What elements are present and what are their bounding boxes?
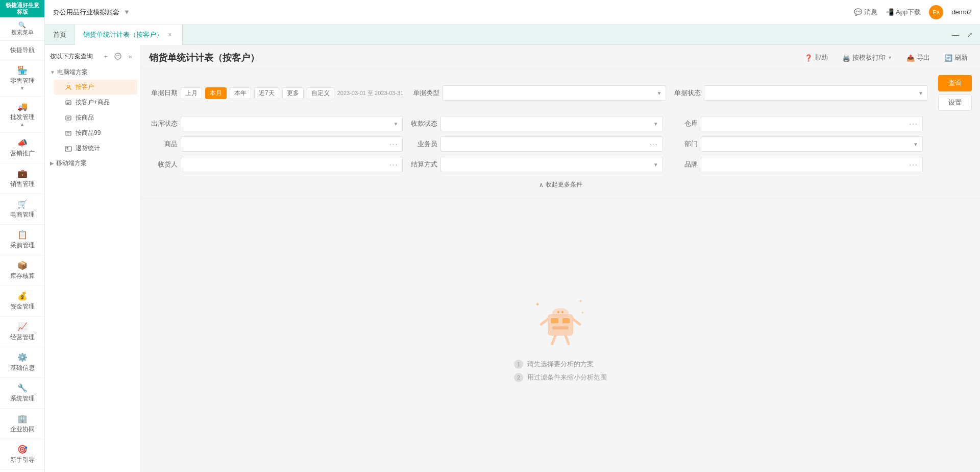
finance-icon: 💰 bbox=[17, 291, 28, 301]
filter-date-item: 单据日期 上月 本月 本年 近7天 更多 自定义 2023-03-01 至 20… bbox=[149, 87, 405, 99]
warehouse-select[interactable]: ··· bbox=[701, 116, 923, 131]
docstatus-select[interactable]: ▼ bbox=[704, 85, 928, 101]
svg-line-18 bbox=[573, 319, 580, 324]
purchase-icon: 📋 bbox=[17, 230, 28, 240]
messages-icon: 💬 bbox=[854, 8, 862, 16]
user-avatar[interactable]: Ea bbox=[929, 5, 943, 19]
retail-arrow: ▼ bbox=[20, 85, 25, 91]
sidebar-search[interactable]: 🔍 搜索菜单 bbox=[0, 17, 44, 41]
svg-point-1 bbox=[67, 85, 70, 87]
receiver-select[interactable]: ··· bbox=[181, 157, 403, 172]
page-header: 销货单统计计表（按客户） ❓ 帮助 🖨️ 按模板打印 📤 导出 bbox=[141, 45, 980, 69]
messages-btn[interactable]: 💬 消息 bbox=[854, 8, 877, 17]
date-btn-this-year[interactable]: 本年 bbox=[230, 87, 251, 99]
salesperson-dots-icon: ··· bbox=[649, 140, 658, 148]
export-icon: 📤 bbox=[906, 54, 915, 62]
add-scheme-btn[interactable]: + bbox=[101, 51, 111, 61]
sidebar-item-ecommerce[interactable]: 🛒 电商管理 bbox=[0, 194, 44, 225]
date-btn-more[interactable]: 更多 bbox=[282, 87, 304, 99]
print-btn[interactable]: 🖨️ 按模板打印 bbox=[838, 51, 896, 64]
scheme-item-return[interactable]: 退货统计 bbox=[54, 141, 137, 156]
filter-actions: 查询 设置 bbox=[938, 75, 972, 111]
svg-line-19 bbox=[552, 336, 555, 344]
tab-minimize-btn[interactable]: — bbox=[949, 29, 962, 41]
svg-line-17 bbox=[541, 319, 548, 324]
filter-docstatus-item: 单据状态 ▼ bbox=[672, 85, 928, 101]
department-select[interactable]: ▼ bbox=[701, 136, 923, 152]
sidebar-item-retail[interactable]: 🏪 零售管理 ▼ bbox=[0, 60, 44, 97]
left-panel-title: 按以下方案查询 bbox=[50, 52, 93, 61]
filter-row-1: 单据日期 上月 本月 本年 近7天 更多 自定义 2023-03-01 至 20… bbox=[149, 75, 972, 111]
sidebar-quick-nav[interactable]: 快捷导航 bbox=[0, 41, 44, 60]
sidebar-item-inventory[interactable]: 📦 库存核算 bbox=[0, 255, 44, 286]
scheme-item-customer-goods[interactable]: 按客户+商品 bbox=[54, 95, 137, 110]
query-btn[interactable]: 查询 bbox=[938, 75, 972, 91]
collapse-panel-btn[interactable]: « bbox=[125, 51, 135, 61]
sidebar-item-appcenter[interactable]: 📱 应用中心 bbox=[0, 470, 44, 472]
tab-maximize-btn[interactable]: ⤢ bbox=[964, 29, 976, 41]
help-btn[interactable]: ❓ 帮助 bbox=[800, 51, 832, 64]
scheme-item-goods99[interactable]: 按商品99 bbox=[54, 126, 137, 140]
empty-illustration: ✦ ✦ ✦ bbox=[530, 289, 591, 351]
quick-nav-label: 快捷导航 bbox=[0, 44, 44, 57]
sidebar-item-finance[interactable]: 💰 资金管理 bbox=[0, 286, 44, 317]
receiptstatus-label: 收款状态 bbox=[409, 119, 437, 128]
date-btn-7days[interactable]: 近7天 bbox=[254, 87, 279, 99]
scheme-group-desktop-header[interactable]: ▼ 电脑端方案 bbox=[48, 65, 137, 79]
docstatus-arrow-icon: ▼ bbox=[918, 90, 923, 96]
refresh-btn[interactable]: 🔄 刷新 bbox=[940, 51, 972, 64]
tab-home-label: 首页 bbox=[53, 30, 66, 39]
empty-state: ✦ ✦ ✦ 1 请先选择要分析的方案 2 用过滤条件来缩小分析范围 bbox=[141, 199, 980, 472]
date-btn-last-month[interactable]: 上月 bbox=[181, 87, 202, 99]
settings-btn[interactable]: 设置 bbox=[938, 95, 972, 111]
tab-active[interactable]: 销货单统计计表（按客户） × bbox=[75, 25, 183, 45]
sidebar-item-sales[interactable]: 💼 销售管理 bbox=[0, 163, 44, 194]
date-btn-this-month[interactable]: 本月 bbox=[205, 87, 227, 99]
left-panel-actions: + « bbox=[101, 51, 135, 61]
empty-tips: 1 请先选择要分析的方案 2 用过滤条件来缩小分析范围 bbox=[514, 360, 607, 382]
scheme-item-goods[interactable]: 按商品 bbox=[54, 110, 137, 125]
receiptstatus-select[interactable]: ▼ bbox=[440, 116, 663, 131]
settlement-select[interactable]: ▼ bbox=[440, 157, 663, 172]
tab-close-btn[interactable]: × bbox=[166, 31, 174, 39]
receiver-label: 收货人 bbox=[149, 160, 178, 169]
date-btn-custom[interactable]: 自定义 bbox=[307, 87, 334, 99]
app-download-btn[interactable]: 📲 App下载 bbox=[886, 8, 921, 17]
goods-select[interactable]: ··· bbox=[181, 136, 403, 152]
export-btn[interactable]: 📤 导出 bbox=[902, 51, 934, 64]
topbar-left: 办公用品行业模拟账套 ▼ bbox=[53, 8, 130, 17]
scheme-item-by-customer[interactable]: 按客户 bbox=[54, 80, 137, 95]
scheme-item-return-label: 退货统计 bbox=[76, 144, 100, 153]
filter-settlement-item: 结算方式 ▼ bbox=[409, 157, 663, 172]
tip-num-2: 2 bbox=[514, 373, 523, 382]
sidebar-item-system[interactable]: 🔧 系统管理 bbox=[0, 378, 44, 409]
sidebar-item-newuser[interactable]: 🎯 新手引导 bbox=[0, 439, 44, 470]
industry-dropdown-icon[interactable]: ▼ bbox=[124, 8, 130, 16]
salesperson-select[interactable]: ··· bbox=[440, 136, 663, 152]
svg-text:✦: ✦ bbox=[578, 298, 582, 304]
sidebar-item-wholesale[interactable]: 🚚 批发管理 ▲ bbox=[0, 97, 44, 133]
collapse-conditions-btn[interactable]: ∧ 收起更多条件 bbox=[149, 177, 972, 192]
refresh-icon: 🔄 bbox=[944, 54, 952, 62]
svg-rect-2 bbox=[66, 101, 71, 105]
filter-row-4: 收货人 ··· 结算方式 ▼ 品牌 ··· bbox=[149, 157, 972, 172]
sidebar-item-operations[interactable]: 📈 经营管理 bbox=[0, 317, 44, 347]
sidebar-item-enterprise[interactable]: 🏢 企业协同 bbox=[0, 409, 44, 439]
tab-home[interactable]: 首页 bbox=[45, 25, 75, 45]
brand-label: 品牌 bbox=[669, 160, 698, 169]
sidebar-item-basic[interactable]: ⚙️ 基础信息 bbox=[0, 347, 44, 378]
svg-point-23 bbox=[561, 311, 564, 313]
brand-select[interactable]: ··· bbox=[701, 157, 923, 172]
svg-point-0 bbox=[115, 53, 121, 59]
scheme-group-mobile-header[interactable]: ▶ 移动端方案 bbox=[48, 156, 137, 170]
sidebar-item-marketing[interactable]: 📣 营销推广 bbox=[0, 133, 44, 163]
sidebar-item-purchase[interactable]: 📋 采购管理 bbox=[0, 225, 44, 255]
edit-scheme-btn[interactable] bbox=[113, 51, 123, 61]
filter-brand-item: 品牌 ··· bbox=[669, 157, 923, 172]
doctype-select[interactable]: ▼ bbox=[443, 85, 667, 101]
print-icon: 🖨️ bbox=[842, 54, 850, 62]
collapse-label: 收起更多条件 bbox=[546, 180, 582, 189]
outstatus-select[interactable]: ▼ bbox=[181, 116, 403, 131]
sidebar-item-ecommerce-label: 电商管理 bbox=[10, 210, 35, 219]
sidebar-item-basic-label: 基础信息 bbox=[10, 364, 35, 372]
